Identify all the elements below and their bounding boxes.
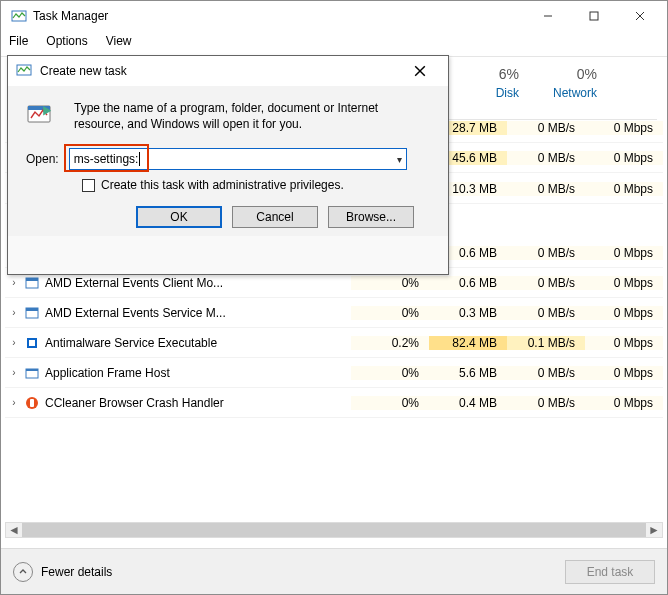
browse-button[interactable]: Browse... [328,206,414,228]
maximize-button[interactable] [571,1,617,31]
process-name: Antimalware Service Executable [41,336,351,350]
fewer-details-toggle[interactable]: Fewer details [13,562,112,582]
task-manager-icon [16,62,32,81]
exe-icon [23,305,41,320]
exe-icon [23,365,41,380]
titlebar: Task Manager [1,1,667,31]
run-icon [26,100,60,131]
table-row[interactable]: ›CCleaner Browser Crash Handler0%0.4 MB0… [5,388,663,418]
svg-rect-14 [26,369,38,371]
process-name: Application Frame Host [41,366,351,380]
process-name: CCleaner Browser Crash Handler [41,396,351,410]
open-label: Open: [26,152,59,166]
expand-icon[interactable]: › [5,277,23,288]
window-title: Task Manager [33,9,525,23]
table-row[interactable]: ›AMD External Events Service M...0%0.3 M… [5,298,663,328]
chevron-up-icon [13,562,33,582]
dialog-titlebar: Create new task [8,56,448,86]
ccleaner-icon [23,395,41,410]
svg-rect-10 [26,308,38,311]
scroll-left-icon[interactable]: ◄ [6,523,22,537]
exe-icon [23,275,41,290]
svg-rect-8 [26,278,38,281]
expand-icon[interactable]: › [5,307,23,318]
column-header-disk[interactable]: 6% Disk [447,66,519,100]
svg-rect-12 [29,340,35,346]
menubar: File Options View [1,31,667,51]
process-name: AMD External Events Service M... [41,306,351,320]
footer: Fewer details End task [1,548,667,594]
horizontal-scrollbar[interactable]: ◄ ► [5,522,663,538]
menu-options[interactable]: Options [44,32,89,50]
dialog-message: Type the name of a program, folder, docu… [74,100,430,132]
svg-rect-16 [30,399,34,407]
admin-checkbox-label: Create this task with administrative pri… [101,178,344,192]
dialog-title: Create new task [40,64,127,78]
column-header-network[interactable]: 0% Network [525,66,597,100]
table-row[interactable]: ›Application Frame Host0%5.6 MB0 MB/s0 M… [5,358,663,388]
ok-button[interactable]: OK [136,206,222,228]
expand-icon[interactable]: › [5,367,23,378]
scroll-right-icon[interactable]: ► [646,523,662,537]
dialog-close-button[interactable] [400,57,440,85]
table-row[interactable]: ›Antimalware Service Executable0.2%82.4 … [5,328,663,358]
task-manager-icon [11,8,27,24]
expand-icon[interactable]: › [5,337,23,348]
close-button[interactable] [617,1,663,31]
create-new-task-dialog: Create new task Type the name of a progr… [7,55,449,275]
scroll-thumb[interactable] [22,523,646,537]
defender-icon [23,335,41,350]
expand-icon[interactable]: › [5,397,23,408]
menu-file[interactable]: File [7,32,30,50]
open-combobox[interactable]: ms-settings: ▾ [69,148,407,170]
process-name: AMD External Events Client Mo... [41,276,351,290]
minimize-button[interactable] [525,1,571,31]
fewer-details-label: Fewer details [41,565,112,579]
cancel-button[interactable]: Cancel [232,206,318,228]
menu-view[interactable]: View [104,32,134,50]
chevron-down-icon[interactable]: ▾ [397,154,402,165]
svg-rect-2 [590,12,598,20]
end-task-button[interactable]: End task [565,560,655,584]
open-combobox-value: ms-settings: [74,152,139,166]
admin-checkbox[interactable] [82,179,95,192]
